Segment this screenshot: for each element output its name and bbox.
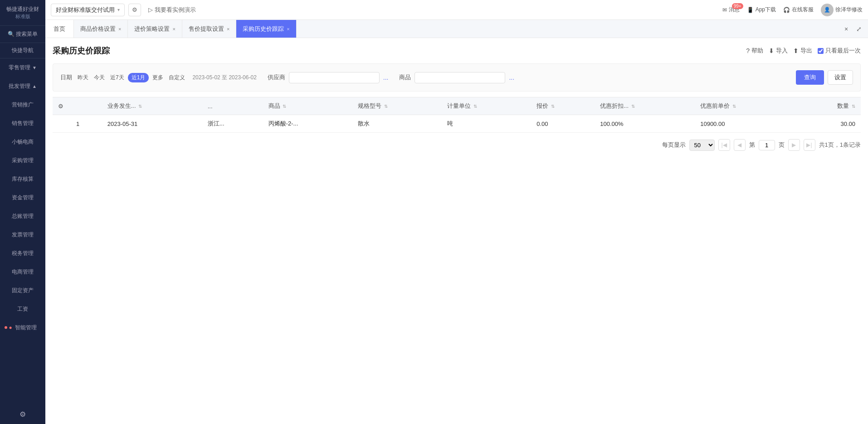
cell-gear bbox=[53, 115, 71, 133]
date-btn-1month[interactable]: 近1月 bbox=[128, 73, 149, 82]
sort-icon: ⇅ bbox=[732, 104, 736, 109]
only-last-input[interactable] bbox=[818, 48, 824, 54]
sort-icon: ⇅ bbox=[631, 104, 635, 109]
sidebar-item-finance[interactable]: 资金管理 bbox=[0, 188, 45, 207]
date-range: 2023-05-02 至 2023-06-02 bbox=[192, 74, 256, 82]
sidebar-bottom: ⚙ bbox=[0, 405, 45, 424]
demo-button[interactable]: ▷ 我要看实例演示 bbox=[148, 6, 196, 14]
sidebar-logo: 畅捷通好业财 标准版 bbox=[0, 0, 45, 26]
sidebar-item-label: 总账管理 bbox=[12, 212, 34, 220]
version-selector[interactable]: 好业财标准版交付试用 ▾ bbox=[51, 4, 125, 16]
per-page-label: 每页显示 bbox=[662, 141, 686, 149]
sidebar-search[interactable]: 🔍 搜索菜单 bbox=[0, 26, 45, 43]
tab-purchase-strategy[interactable]: 进价策略设置 × bbox=[128, 20, 182, 38]
table-header-row: ⚙ 业务发生... ⇅ ... 商品 ⇅ 规格型号 ⇅ bbox=[53, 97, 861, 115]
page-number-input[interactable] bbox=[759, 140, 775, 150]
sidebar-item-marketing[interactable]: 营销推广 bbox=[0, 96, 45, 114]
import-icon: ⬇ bbox=[769, 47, 774, 54]
th-more[interactable]: ... bbox=[202, 97, 263, 115]
sidebar-item-wholesale[interactable]: 批发管理 ▲ bbox=[0, 77, 45, 96]
tab-sell-extract[interactable]: 售价提取设置 × bbox=[182, 20, 236, 38]
supplier-label: 供应商 bbox=[268, 73, 285, 82]
first-page-button[interactable]: |◀ bbox=[718, 139, 730, 151]
th-gear[interactable]: ⚙ bbox=[53, 97, 71, 115]
date-btn-yesterday[interactable]: 昨天 bbox=[76, 73, 90, 82]
sidebar-item-retail[interactable]: 零售管理 ▼ bbox=[0, 58, 45, 77]
th-unit-label: 计量单位 bbox=[447, 102, 471, 109]
close-tab-button[interactable]: × bbox=[841, 24, 852, 34]
date-btn-custom[interactable]: 自定义 bbox=[167, 73, 187, 82]
sidebar-item-sales[interactable]: 销售管理 bbox=[0, 114, 45, 133]
cell-seq: 1 bbox=[71, 115, 102, 133]
app-download-button[interactable]: 📱 App下载 bbox=[747, 6, 776, 14]
th-biz-date[interactable]: 业务发生... ⇅ bbox=[102, 97, 202, 115]
sidebar-item-purchase[interactable]: 采购管理 bbox=[0, 151, 45, 170]
message-button[interactable]: ✉ 消息 99+ bbox=[722, 6, 740, 14]
close-icon[interactable]: × bbox=[287, 26, 289, 32]
cell-price: 0.00 bbox=[531, 115, 595, 133]
close-icon[interactable]: × bbox=[227, 26, 229, 32]
last-page-button[interactable]: ▶| bbox=[804, 139, 815, 151]
th-discount[interactable]: 优惠折扣... ⇅ bbox=[595, 97, 695, 115]
settings-icon[interactable]: ⚙ bbox=[20, 410, 26, 418]
tab-price[interactable]: 商品价格设置 × bbox=[74, 20, 128, 38]
close-icon[interactable]: × bbox=[172, 26, 175, 32]
date-btn-more[interactable]: 更多 bbox=[151, 73, 165, 82]
cell-spec: 散水 bbox=[352, 115, 442, 133]
close-icon[interactable]: × bbox=[118, 26, 121, 32]
per-page-select[interactable]: 20 50 100 200 bbox=[689, 140, 715, 151]
th-pre-discount-price[interactable]: 优惠前单价 ⇅ bbox=[695, 97, 797, 115]
next-page-button[interactable]: ▶ bbox=[788, 139, 800, 151]
tab-history-price[interactable]: 采购历史价跟踪 × bbox=[236, 20, 296, 38]
th-spec[interactable]: 规格型号 ⇅ bbox=[352, 97, 442, 115]
th-price-label: 报价 bbox=[536, 102, 548, 109]
sidebar-item-smart[interactable]: ● 智能管理 bbox=[0, 318, 45, 337]
th-price[interactable]: 报价 ⇅ bbox=[531, 97, 595, 115]
export-button[interactable]: ⬆ 导出 bbox=[793, 47, 812, 55]
sidebar-item-assets[interactable]: 固定资产 bbox=[0, 281, 45, 300]
supplier-more-icon[interactable]: ... bbox=[383, 74, 389, 81]
filter-supplier: 供应商 ... bbox=[268, 72, 389, 83]
sidebar-quick-nav[interactable]: 快捷导航 bbox=[0, 43, 45, 58]
sidebar-item-ledger[interactable]: 总账管理 bbox=[0, 207, 45, 226]
online-service-button[interactable]: 🎧 在线客服 bbox=[783, 6, 814, 14]
topbar-gear-button[interactable]: ⚙ bbox=[128, 4, 141, 16]
supplier-input[interactable] bbox=[289, 72, 380, 83]
prev-page-button[interactable]: ◀ bbox=[734, 139, 746, 151]
export-icon: ⬆ bbox=[793, 47, 799, 54]
sidebar-item-hr[interactable]: 工资 bbox=[0, 300, 45, 318]
page-title: 采购历史价跟踪 bbox=[53, 45, 110, 56]
query-button[interactable]: 查询 bbox=[796, 70, 824, 85]
help-icon: ? bbox=[746, 47, 750, 54]
sidebar-item-ecom[interactable]: 电商管理 bbox=[0, 263, 45, 281]
tab-home[interactable]: 首页 bbox=[45, 20, 74, 38]
sidebar-item-invoice[interactable]: 发票管理 bbox=[0, 226, 45, 244]
sort-icon: ⇅ bbox=[138, 104, 142, 109]
sidebar-item-label: 电商管理 bbox=[12, 268, 34, 276]
user-profile-button[interactable]: 👤 徐泽华修改 bbox=[821, 4, 863, 16]
date-btn-today[interactable]: 今天 bbox=[92, 73, 107, 82]
th-quantity[interactable]: 数量 ⇅ bbox=[797, 97, 861, 115]
setting-button[interactable]: 设置 bbox=[828, 70, 853, 85]
sidebar-item-inventory[interactable]: 库存核算 bbox=[0, 170, 45, 188]
help-button[interactable]: ? 帮助 bbox=[746, 47, 763, 55]
th-pre-discount-price-label: 优惠前单价 bbox=[700, 102, 730, 109]
date-btn-7days[interactable]: 近7天 bbox=[108, 73, 126, 82]
only-last-checkbox[interactable]: 只看最后一次 bbox=[818, 47, 861, 55]
sort-icon: ⇅ bbox=[473, 104, 477, 109]
goods-label: 商品 bbox=[399, 73, 411, 82]
sidebar-item-label: 资金管理 bbox=[12, 194, 34, 202]
th-unit[interactable]: 计量单位 ⇅ bbox=[442, 97, 531, 115]
table-gear-icon: ⚙ bbox=[58, 103, 63, 110]
sidebar-item-label: 固定资产 bbox=[12, 287, 34, 294]
import-button[interactable]: ⬇ 导入 bbox=[769, 47, 788, 55]
sidebar-item-ecom-small[interactable]: 小畅电商 bbox=[0, 133, 45, 151]
expand-tab-button[interactable]: ⤢ bbox=[853, 24, 864, 34]
th-goods[interactable]: 商品 ⇅ bbox=[263, 97, 352, 115]
topbar: 好业财标准版交付试用 ▾ ⚙ ▷ 我要看实例演示 ✉ 消息 99+ 📱 App下… bbox=[45, 0, 868, 20]
goods-more-icon[interactable]: ... bbox=[509, 74, 514, 81]
sort-icon: ⇅ bbox=[384, 104, 388, 109]
goods-input[interactable] bbox=[414, 72, 505, 83]
sidebar-item-tax[interactable]: 税务管理 bbox=[0, 244, 45, 263]
page-header: 采购历史价跟踪 ? 帮助 ⬇ 导入 ⬆ 导出 只看最后一次 bbox=[53, 45, 861, 56]
